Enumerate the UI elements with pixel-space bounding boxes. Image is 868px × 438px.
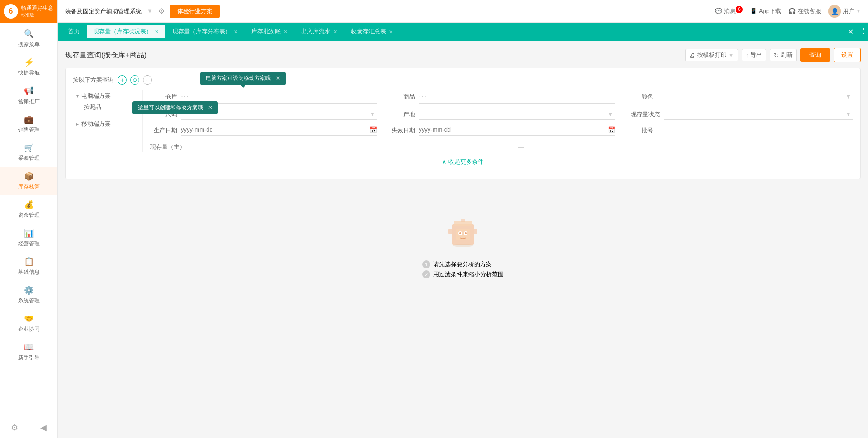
batch-input[interactable]	[657, 125, 853, 136]
product-select[interactable]: ···	[419, 90, 615, 104]
warehouse-dots: ···	[181, 92, 189, 101]
basic-icon: 📋	[24, 257, 34, 267]
collapse-more-btn[interactable]: ∧ 收起更多条件	[73, 152, 853, 171]
expand-icon: ▾	[76, 94, 79, 99]
filter-body: ▾ 电脑端方案 按照品 ▸ 移动端方案	[73, 90, 853, 152]
export-icon: ↑	[746, 52, 749, 59]
sidebar-item-system[interactable]: ⚙️ 系统管理	[0, 281, 57, 309]
sidebar-item-guide[interactable]: 📖 新手引导	[0, 338, 57, 366]
user-item[interactable]: 👤 用户 ▼	[828, 5, 861, 18]
tab-close-icon5[interactable]: ✕	[389, 29, 393, 35]
filter-produce-date: 生产日期 📅	[150, 125, 377, 136]
chevron-up-icon: ∧	[442, 159, 447, 165]
filter-label: 按以下方案查询	[73, 76, 114, 84]
industry-btn[interactable]: 体验行业方案	[170, 5, 220, 18]
sidebar-item-purchase[interactable]: 🛒 采购管理	[0, 138, 57, 167]
sidebar-item-sales[interactable]: 💼 销售管理	[0, 110, 57, 138]
calendar-icon-produce[interactable]: 📅	[369, 126, 377, 133]
empty-tips: 1 请先选择要分析的方案 2 用过滤条件来缩小分析范围	[422, 259, 504, 280]
print-btn[interactable]: 🖨 按模板打印 ▼	[685, 49, 738, 61]
origin-select[interactable]: ▼	[419, 109, 615, 120]
filter-batch: 批号	[626, 125, 853, 136]
filter-expire-date: 失效日期 📅	[388, 125, 615, 136]
marketing-icon: 📢	[24, 86, 34, 96]
online-service-item[interactable]: 🎧 在线客服	[788, 7, 821, 15]
query-btn[interactable]: 查询	[800, 48, 830, 62]
notice-badge: 6	[736, 6, 743, 13]
tab-home[interactable]: 首页	[61, 25, 86, 38]
sales-icon: 💼	[24, 114, 34, 124]
tab-summary[interactable]: 收发存汇总表 ✕	[344, 25, 399, 38]
tab-close-icon[interactable]: ✕	[155, 29, 159, 35]
print-icon: 🖨	[689, 52, 695, 59]
top-header: 装备及固定资产辅助管理系统 ▼ ⚙ 体验行业方案 💬 消息 6 📱 App下载 …	[58, 0, 868, 23]
filter-stock-status: 现存量状态 ▼	[626, 109, 853, 120]
inventory-max-input[interactable]	[529, 141, 853, 152]
scheme-list: ▾ 电脑端方案 按照品 ▸ 移动端方案	[73, 90, 143, 152]
add-scheme-btn[interactable]: +	[118, 75, 127, 85]
calendar-icon-expire[interactable]: 📅	[608, 126, 615, 133]
expire-date-input[interactable]	[419, 126, 607, 133]
empty-tip-2: 2 用过滤条件来缩小分析范围	[422, 270, 504, 278]
sidebar-item-quicknav[interactable]: ⚡ 快捷导航	[0, 53, 57, 81]
produce-date-wrapper: 📅	[181, 126, 377, 136]
tab-flow[interactable]: 出入库流水 ✕	[295, 25, 344, 38]
sidebar-item-marketing[interactable]: 📢 营销推广	[0, 81, 57, 110]
content-area: 现存量查询(按仓库+商品) 🖨 按模板打印 ▼ ↑ 导出 ↻ 刷新 查询 设置	[58, 41, 868, 438]
settings-bottom-icon[interactable]: ⚙	[9, 421, 20, 434]
tab-close-icon4[interactable]: ✕	[333, 29, 337, 35]
tooltip-scheme-close[interactable]: ✕	[276, 75, 280, 81]
export-btn[interactable]: ↑ 导出	[742, 49, 767, 61]
inventory-min-input[interactable]	[189, 141, 513, 152]
sidebar-item-search[interactable]: 🔍 搜索菜单	[0, 24, 57, 53]
sidebar-item-inventory[interactable]: 📦 库存核算	[0, 167, 57, 195]
page-title-bar: 现存量查询(按仓库+商品) 🖨 按模板打印 ▼ ↑ 导出 ↻ 刷新 查询 设置	[65, 48, 861, 62]
color-select[interactable]: ▼	[657, 91, 853, 102]
tooltip-create-close[interactable]: ✕	[208, 104, 212, 111]
sidebar-item-cooperation[interactable]: 🤝 企业协同	[0, 309, 57, 338]
tab-close-all-icon[interactable]: ✕	[848, 28, 854, 36]
tab-maximize-icon[interactable]: ⛶	[857, 28, 864, 36]
main-area: 装备及固定资产辅助管理系统 ▼ ⚙ 体验行业方案 💬 消息 6 📱 App下载 …	[58, 0, 868, 438]
filter-row-3: 生产日期 📅 失效日期 📅	[150, 125, 853, 136]
tab-inventory-status[interactable]: 现存量（库存状况表） ✕	[87, 25, 165, 38]
tab-inventory-dist[interactable]: 现存量（库存分布表） ✕	[166, 25, 244, 38]
svg-rect-7	[474, 229, 477, 234]
filter-row-2: 尺码 ▼ 产地 ▼	[150, 109, 853, 120]
refresh-icon: ↻	[774, 52, 779, 59]
tooltip-create: 这里可以创建和修改方案哦 ✕	[132, 101, 218, 114]
logo-text: 畅通通好生意 标准版	[21, 5, 53, 18]
sidebar-logo: 6 畅通通好生意 标准版	[0, 0, 57, 23]
empty-state: 1 请先选择要分析的方案 2 用过滤条件来缩小分析范围	[65, 179, 861, 307]
scheme-group-mobile-header[interactable]: ▸ 移动端方案	[73, 118, 139, 130]
print-dropdown-icon: ▼	[728, 52, 734, 59]
phone-icon: 📱	[750, 8, 757, 14]
tab-batch[interactable]: 库存批次账 ✕	[245, 25, 294, 38]
sidebar-item-finance[interactable]: 💰 资金管理	[0, 195, 57, 224]
collapse-sidebar-icon[interactable]: ◀	[38, 421, 48, 434]
tab-close-icon3[interactable]: ✕	[283, 29, 288, 35]
svg-point-10	[453, 244, 473, 247]
filter-origin: 产地 ▼	[388, 109, 615, 120]
notice-item[interactable]: 💬 消息 6	[715, 7, 743, 15]
settings-icon[interactable]: ⚙	[158, 7, 165, 15]
scheme-group-mobile: ▸ 移动端方案	[73, 118, 139, 130]
stock-status-select[interactable]: ▼	[664, 109, 853, 120]
sidebar: 6 畅通通好生意 标准版 🔍 搜索菜单 ⚡ 快捷导航 📢 营销推广 💼 销售管理…	[0, 0, 58, 438]
copy-scheme-btn[interactable]: ⊙	[130, 75, 139, 85]
svg-point-5	[465, 232, 467, 234]
inventory-icon: 📦	[24, 171, 34, 181]
sidebar-item-operation[interactable]: 📊 经营管理	[0, 224, 57, 252]
tab-close-icon2[interactable]: ✕	[234, 29, 238, 35]
scheme-item-product[interactable]: 按照品	[73, 102, 139, 113]
scheme-group-desktop-header[interactable]: ▾ 电脑端方案	[73, 90, 139, 102]
app-download-item[interactable]: 📱 App下载	[750, 7, 781, 15]
refresh-btn[interactable]: ↻ 刷新	[770, 49, 797, 61]
sidebar-item-basic[interactable]: 📋 基础信息	[0, 252, 57, 281]
reset-btn[interactable]: 设置	[834, 48, 861, 62]
system-icon: ⚙️	[24, 285, 34, 295]
produce-date-input[interactable]	[181, 126, 369, 133]
logo-icon: 6	[4, 4, 18, 19]
collapse-icon: ▸	[76, 122, 79, 127]
back-scheme-btn[interactable]: ←	[143, 75, 152, 85]
